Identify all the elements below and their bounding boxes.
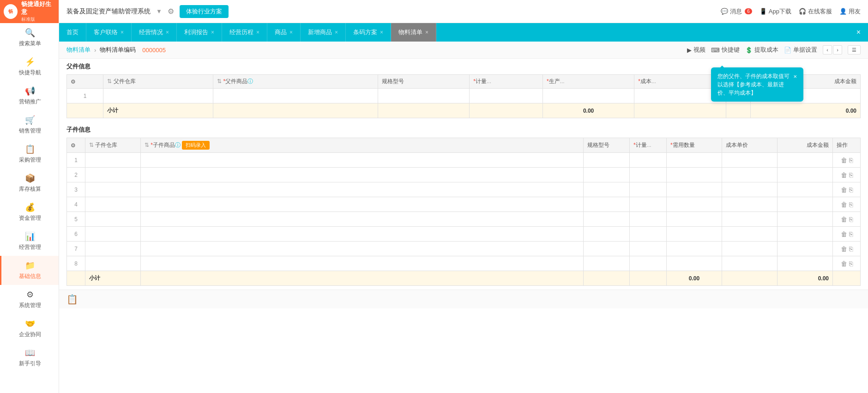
child-spec-cell[interactable] xyxy=(584,227,630,242)
child-unit-cell[interactable] xyxy=(630,227,667,242)
child-product-cell[interactable] xyxy=(141,168,584,182)
delete-icon[interactable]: 🗑 xyxy=(841,171,847,179)
tab-history[interactable]: 经营历程 × xyxy=(222,23,267,42)
child-unit-cell[interactable] xyxy=(630,182,667,197)
sidebar-item-marketing[interactable]: 📢 营销推广 xyxy=(0,81,59,110)
delete-icon[interactable]: 🗑 xyxy=(841,245,847,253)
child-warehouse-cell[interactable] xyxy=(85,227,141,242)
scan-button[interactable]: 扫码录入 xyxy=(182,141,210,150)
delete-icon[interactable]: 🗑 xyxy=(841,201,847,208)
child-qty-cell[interactable] xyxy=(667,227,722,242)
copy-icon[interactable]: ⎘ xyxy=(849,186,853,193)
copy-icon[interactable]: ⎘ xyxy=(849,245,853,253)
child-qty-cell[interactable] xyxy=(667,256,722,271)
close-icon[interactable]: × xyxy=(256,29,259,36)
child-unit-price-cell[interactable] xyxy=(722,212,778,227)
child-warehouse-cell[interactable] xyxy=(85,153,141,168)
close-icon[interactable]: × xyxy=(166,29,169,36)
child-qty-cell[interactable] xyxy=(667,153,722,168)
child-spec-cell[interactable] xyxy=(584,182,630,197)
sidebar-item-basic[interactable]: 📁 基础信息 xyxy=(0,256,59,285)
child-unit-price-cell[interactable] xyxy=(722,182,778,197)
close-icon[interactable]: × xyxy=(380,29,383,36)
close-icon[interactable]: × xyxy=(121,29,124,36)
child-unit-cell[interactable] xyxy=(630,153,667,168)
child-qty-cell[interactable] xyxy=(667,242,722,256)
copy-icon[interactable]: ⎘ xyxy=(849,157,853,164)
sidebar-item-inventory[interactable]: 📦 库存核算 xyxy=(0,169,59,198)
online-service-button[interactable]: 🎧 在线客服 xyxy=(799,7,832,16)
child-unit-cell[interactable] xyxy=(630,242,667,256)
close-icon[interactable]: × xyxy=(211,29,214,36)
parent-warehouse-cell[interactable] xyxy=(103,89,213,103)
parent-product-cell[interactable] xyxy=(213,89,378,103)
child-unit-price-cell[interactable] xyxy=(722,242,778,256)
tab-customers[interactable]: 客户联络 × xyxy=(86,23,132,42)
child-unit-cell[interactable] xyxy=(630,212,667,227)
child-settings-icon[interactable]: ⚙ xyxy=(71,142,76,149)
tab-barcode[interactable]: 条码方案 × xyxy=(346,23,391,42)
delete-icon[interactable]: 🗑 xyxy=(841,260,847,267)
child-warehouse-cell[interactable] xyxy=(85,168,141,182)
parent-production-cell[interactable] xyxy=(542,89,634,103)
child-unit-cell[interactable] xyxy=(630,168,667,182)
video-button[interactable]: ▶ 视频 xyxy=(687,46,705,54)
sidebar-item-sales[interactable]: 🛒 销售管理 xyxy=(0,110,59,139)
child-warehouse-cell[interactable] xyxy=(85,197,141,212)
child-unit-price-cell[interactable] xyxy=(722,168,778,182)
delete-icon[interactable]: 🗑 xyxy=(841,157,847,164)
tab-profit[interactable]: 利润报告 × xyxy=(177,23,222,42)
child-product-cell[interactable] xyxy=(141,227,584,242)
delete-icon[interactable]: 🗑 xyxy=(841,186,847,193)
settings-icon[interactable]: ⚙ xyxy=(71,79,76,85)
next-arrow[interactable]: › xyxy=(833,45,842,54)
copy-icon[interactable]: ⎘ xyxy=(849,216,853,223)
child-unit-price-cell[interactable] xyxy=(722,256,778,271)
child-warehouse-cell[interactable] xyxy=(85,212,141,227)
child-qty-cell[interactable] xyxy=(667,197,722,212)
child-warehouse-cell[interactable] xyxy=(85,256,141,271)
trial-button[interactable]: 体验行业方案 xyxy=(180,5,229,18)
child-product-cell[interactable] xyxy=(141,153,584,168)
child-spec-cell[interactable] xyxy=(584,153,630,168)
messages-button[interactable]: 💬 消息 6 xyxy=(721,7,752,16)
child-warehouse-cell[interactable] xyxy=(85,242,141,256)
tab-goods[interactable]: 商品 × xyxy=(267,23,301,42)
child-product-cell[interactable] xyxy=(141,212,584,227)
copy-icon[interactable]: ⎘ xyxy=(849,201,853,208)
tooltip-close-icon[interactable]: × xyxy=(793,72,797,81)
app-download-button[interactable]: 📱 App下载 xyxy=(760,7,791,16)
copy-icon[interactable]: ⎘ xyxy=(849,260,853,267)
sidebar-item-purchase[interactable]: 📋 采购管理 xyxy=(0,139,59,169)
child-qty-cell[interactable] xyxy=(667,212,722,227)
breadcrumb-parent[interactable]: 物料清单 xyxy=(66,46,90,54)
sidebar-item-quicknav[interactable]: ⚡ 快捷导航 xyxy=(0,52,59,81)
child-warehouse-cell[interactable] xyxy=(85,182,141,197)
tab-new-goods[interactable]: 新增商品 × xyxy=(301,23,346,42)
child-spec-cell[interactable] xyxy=(584,168,630,182)
copy-icon[interactable]: ⎘ xyxy=(849,230,853,238)
prev-arrow[interactable]: ‹ xyxy=(823,45,832,54)
child-product-cell[interactable] xyxy=(141,182,584,197)
tab-bom[interactable]: 物料清单 × xyxy=(391,23,436,42)
delete-icon[interactable]: 🗑 xyxy=(841,230,847,238)
child-spec-cell[interactable] xyxy=(584,197,630,212)
sidebar-item-finance[interactable]: 💰 资金管理 xyxy=(0,198,59,227)
child-product-cell[interactable] xyxy=(141,197,584,212)
child-spec-cell[interactable] xyxy=(584,256,630,271)
menu-button[interactable]: ☰ xyxy=(848,45,861,54)
tab-operations[interactable]: 经营情况 × xyxy=(132,23,177,42)
close-icon[interactable]: × xyxy=(289,29,293,36)
child-unit-cell[interactable] xyxy=(630,197,667,212)
child-product-cell[interactable] xyxy=(141,256,584,271)
close-window-icon[interactable]: × xyxy=(853,28,864,36)
sidebar-item-guide[interactable]: 📖 新手引导 xyxy=(0,343,59,372)
parent-spec-cell[interactable] xyxy=(378,89,470,103)
child-unit-cell[interactable] xyxy=(630,256,667,271)
sidebar-item-system[interactable]: ⚙ 系统管理 xyxy=(0,285,59,314)
child-unit-price-cell[interactable] xyxy=(722,153,778,168)
setting-button[interactable]: 📄 单据设置 xyxy=(784,46,817,54)
cost-button[interactable]: 💲 提取成本 xyxy=(745,46,778,54)
child-spec-cell[interactable] xyxy=(584,242,630,256)
child-product-cell[interactable] xyxy=(141,242,584,256)
